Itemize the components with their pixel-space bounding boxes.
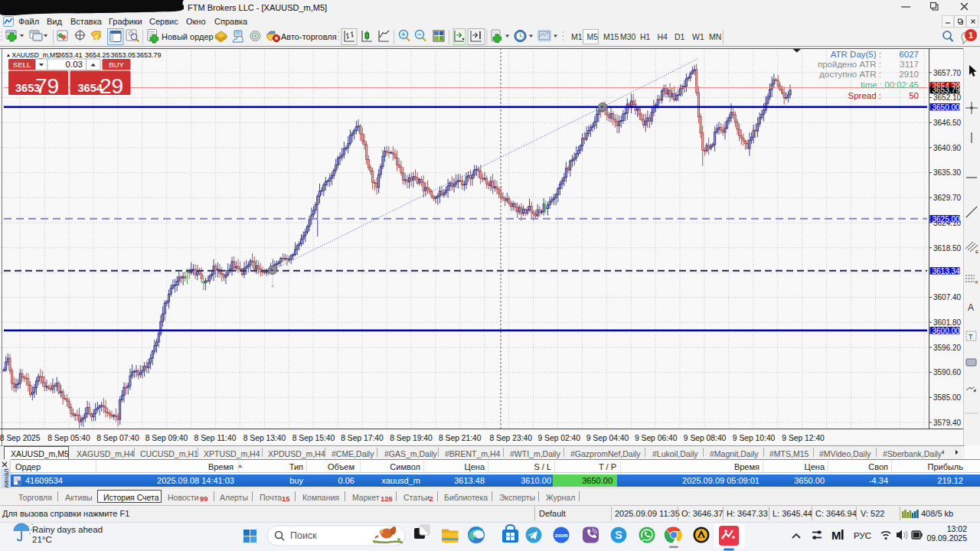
svg-text:Rainy days ahead: Rainy days ahead — [32, 525, 103, 534]
svg-text:9 Sep 04:40: 9 Sep 04:40 — [586, 434, 629, 442]
svg-text:3618.50: 3618.50 — [933, 244, 962, 253]
svg-text:Поиск: Поиск — [290, 530, 317, 541]
svg-text:пройдено ATR :: пройдено ATR : — [818, 60, 881, 69]
svg-text:3600.00: 3600.00 — [933, 327, 961, 335]
svg-text:3629.70: 3629.70 — [933, 194, 962, 202]
svg-text:3607.40: 3607.40 — [933, 293, 962, 302]
svg-text:8 Sep 2025: 8 Sep 2025 — [0, 434, 41, 442]
svg-text:M: M — [831, 529, 841, 542]
svg-text:8 Sep 17:40: 8 Sep 17:40 — [341, 434, 384, 442]
svg-text:3625.00: 3625.00 — [933, 215, 961, 223]
svg-text:A: A — [968, 302, 974, 313]
svg-text:79: 79 — [35, 74, 59, 98]
svg-text:3596.20: 3596.20 — [933, 344, 962, 352]
svg-text:time : 00:02:45: time : 00:02:45 — [861, 80, 919, 90]
svg-text:доступно ATR :: доступно ATR : — [819, 70, 881, 79]
svg-text:8 Sep 21:40: 8 Sep 21:40 — [439, 434, 482, 442]
svg-text:8 Sep 23:40: 8 Sep 23:40 — [489, 434, 532, 442]
svg-text:S: S — [615, 529, 622, 541]
svg-text:9 Sep 10:40: 9 Sep 10:40 — [733, 434, 776, 442]
svg-text:РУС: РУС — [854, 531, 871, 540]
svg-text:8 Sep 13:40: 8 Sep 13:40 — [243, 434, 286, 442]
svg-text:3117: 3117 — [900, 60, 919, 69]
svg-text:3650.00: 3650.00 — [933, 103, 961, 112]
svg-text:3613.34: 3613.34 — [933, 267, 961, 276]
svg-text:3652.10: 3652.10 — [933, 93, 962, 102]
svg-text:8 Sep 05:40: 8 Sep 05:40 — [47, 434, 90, 442]
svg-text:8 Sep 11:40: 8 Sep 11:40 — [194, 434, 237, 442]
svg-text:09.09.2025: 09.09.2025 — [926, 533, 967, 543]
svg-text:21°C: 21°C — [32, 535, 52, 544]
svg-text:8 Sep 15:40: 8 Sep 15:40 — [292, 434, 335, 442]
svg-text:ATR Day(5) :: ATR Day(5) : — [831, 50, 881, 59]
svg-text:1: 1 — [969, 31, 973, 40]
svg-text:3653.41: 3653.41 — [57, 51, 83, 59]
svg-text:3601.80: 3601.80 — [933, 318, 962, 327]
svg-text:9 Sep 02:40: 9 Sep 02:40 — [538, 434, 581, 442]
svg-text:3585.00: 3585.00 — [933, 393, 962, 402]
svg-text:3657.70: 3657.70 — [933, 69, 962, 77]
svg-text:3635.30: 3635.30 — [933, 168, 962, 177]
svg-text:3654.25: 3654.25 — [85, 51, 110, 59]
svg-text:3654: 3654 — [78, 82, 103, 94]
svg-text:3579.40: 3579.40 — [933, 419, 962, 427]
svg-text:2910: 2910 — [899, 70, 919, 79]
svg-text:9 Sep 06:40: 9 Sep 06:40 — [635, 434, 678, 442]
svg-text:E: E — [975, 249, 978, 254]
svg-text:Spread :: Spread : — [848, 91, 881, 100]
svg-text:3653.79: 3653.79 — [136, 51, 162, 59]
svg-text:SELL: SELL — [13, 60, 31, 69]
svg-text:3646.50: 3646.50 — [933, 119, 962, 127]
svg-text:3640.90: 3640.90 — [933, 144, 962, 152]
svg-text:F: F — [975, 280, 978, 285]
svg-text:zoom: zoom — [555, 533, 568, 538]
svg-text:3653.05: 3653.05 — [110, 51, 136, 59]
svg-text:3653.79: 3653.79 — [933, 86, 961, 94]
svg-text:29: 29 — [100, 74, 123, 98]
svg-text:9 Sep 12:40: 9 Sep 12:40 — [782, 434, 825, 442]
svg-text:T: T — [969, 333, 973, 341]
svg-text:50: 50 — [909, 91, 919, 100]
svg-text:9 Sep 08:40: 9 Sep 08:40 — [684, 434, 727, 442]
svg-text:3590.60: 3590.60 — [933, 368, 962, 377]
svg-text:13:02: 13:02 — [947, 524, 967, 533]
svg-text:0.03: 0.03 — [66, 60, 83, 69]
svg-text:BUY: BUY — [109, 60, 124, 69]
svg-text:8 Sep 09:40: 8 Sep 09:40 — [145, 434, 188, 442]
svg-text:6027: 6027 — [899, 50, 919, 59]
svg-text:8 Sep 07:40: 8 Sep 07:40 — [96, 434, 139, 442]
svg-text:8 Sep 19:40: 8 Sep 19:40 — [390, 434, 433, 442]
svg-text:XAUUSD_m,M5: XAUUSD_m,M5 — [12, 51, 60, 59]
